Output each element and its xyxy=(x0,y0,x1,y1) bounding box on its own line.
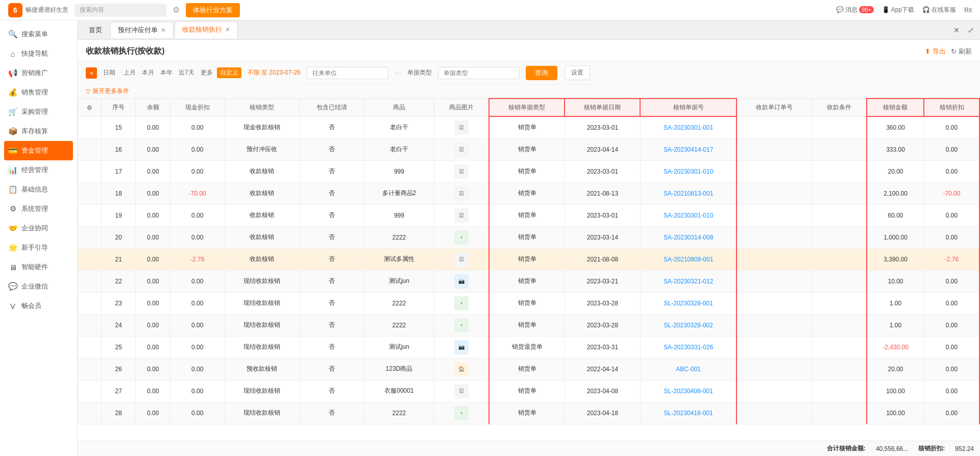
sidebar-item-corp[interactable]: 🤝 企业协同 xyxy=(0,219,77,238)
cell-receipt-no[interactable]: SL-20230328-002 xyxy=(640,314,737,336)
goods-image: ▪ xyxy=(454,296,469,310)
search-bar[interactable]: 搜索内容 xyxy=(75,4,166,17)
expand-more[interactable]: ▽ 展开更多条件 xyxy=(78,85,980,98)
table-row: 16 0.00 0.00 预付冲应收 否 老白干 🖼 销货单 2023-04-1… xyxy=(78,138,980,160)
cell-receipt-type: 销货单 xyxy=(489,270,565,292)
tab-close-icon[interactable]: ✕ xyxy=(951,25,962,35)
cell-cash-discount: 0.00 xyxy=(170,138,225,160)
expand-btn[interactable]: » xyxy=(86,67,97,79)
cell-goods: 测试jun xyxy=(364,336,434,358)
cell-receipt-order xyxy=(737,182,812,204)
date-custom[interactable]: 自定义 xyxy=(217,67,241,78)
table-row: 28 0.00 0.00 现结收款核销 否 2222 ▪ 销货单 2023-04… xyxy=(78,402,980,424)
sidebar-item-sales[interactable]: 💰 销售管理 xyxy=(0,83,77,102)
sidebar-item-operations[interactable]: 📊 经营管理 xyxy=(0,160,77,180)
user-label[interactable]: Rit xyxy=(964,7,972,14)
table-row: 26 0.00 0.00 预收款核销 否 123D商品 🏠 销货单 2022-0… xyxy=(78,358,980,380)
tab-expand-icon[interactable]: ⤢ xyxy=(966,25,976,35)
type-select[interactable] xyxy=(438,67,520,79)
date-prev-month[interactable]: 上月 xyxy=(121,67,138,78)
cell-cash-discount: 0.00 xyxy=(170,116,225,138)
cell-receipt-no[interactable]: SL-20230408-001 xyxy=(640,380,737,402)
cell-receipt-no[interactable]: SA-20230331-026 xyxy=(640,336,737,358)
sidebar-item-system[interactable]: ⚙ 系统管理 xyxy=(0,199,77,219)
cell-cancel-type: 收款核销 xyxy=(225,160,299,182)
date-7days[interactable]: 近7天 xyxy=(177,67,197,78)
sidebar-item-label: 企业协同 xyxy=(21,224,48,233)
sidebar-item-search[interactable]: 🔍 搜索菜单 xyxy=(0,25,77,44)
sidebar-item-basic[interactable]: 📋 基础信息 xyxy=(0,180,77,199)
sidebar-item-purchase[interactable]: 🛒 采购管理 xyxy=(0,102,77,122)
cell-receipt-no[interactable]: SA-20230414-017 xyxy=(640,138,737,160)
cell-receipt-no[interactable]: SL-20230418-001 xyxy=(640,402,737,424)
cell-goods-img: ▪ xyxy=(434,314,489,336)
cell-cancel-type: 现结收款核销 xyxy=(225,380,299,402)
cell-cash-discount: 0.00 xyxy=(170,402,225,424)
sidebar-item-hardware[interactable]: 🖥 智能硬件 xyxy=(0,257,77,277)
table-row: 23 0.00 0.00 现结收款核销 否 2222 ▪ 销货单 2023-03… xyxy=(78,292,980,314)
cell-receipt-no[interactable]: SA-20210813-001 xyxy=(640,182,737,204)
tab-cancel-close[interactable]: ✕ xyxy=(225,26,230,33)
goods-image: 🖼 xyxy=(454,164,469,179)
cell-balance: 0.00 xyxy=(136,314,170,336)
settings-icon[interactable]: ⚙ xyxy=(87,104,92,111)
date-curr-month[interactable]: 本月 xyxy=(140,67,156,78)
header-btns: ⬆ 导出 ↻ 刷新 xyxy=(925,47,972,56)
sidebar-item-guide[interactable]: 🌟 新手引导 xyxy=(0,238,77,257)
sidebar-item-inventory[interactable]: 📦 库存核算 xyxy=(0,122,77,141)
industry-btn[interactable]: 体验行业方案 xyxy=(186,3,240,17)
export-btn[interactable]: ⬆ 导出 xyxy=(925,47,946,56)
online-service-btn[interactable]: 🎧 在线客服 xyxy=(922,6,956,14)
tab-prepay[interactable]: 预付冲应付单 ✕ xyxy=(110,22,174,38)
cell-receipt-no[interactable]: SL-20230328-001 xyxy=(640,292,737,314)
cell-receipt-no[interactable]: SA-20230314-008 xyxy=(640,226,737,248)
sidebar-item-marketing[interactable]: 📢 营销推广 xyxy=(0,63,77,83)
sidebar-item-vip[interactable]: V 畅会员 xyxy=(0,296,77,316)
cell-cash-discount: 0.00 xyxy=(170,226,225,248)
setting-btn[interactable]: 设置 xyxy=(565,65,590,80)
date-year[interactable]: 本年 xyxy=(158,67,175,78)
gear-icon[interactable]: ⚙ xyxy=(173,5,180,15)
table-row: 22 0.00 0.00 现结收款核销 否 测试jun 📷 销货单 2023-0… xyxy=(78,270,980,292)
cell-receipt-no[interactable]: SA-20210808-001 xyxy=(640,248,737,270)
guide-icon: 🌟 xyxy=(8,243,17,252)
message-btn[interactable]: 💬 消息 99+ xyxy=(836,6,874,14)
source-input[interactable] xyxy=(307,67,388,79)
cell-receipt-no[interactable]: SA-20230301-010 xyxy=(640,160,737,182)
tab-prepay-close[interactable]: ✕ xyxy=(161,27,166,34)
query-btn[interactable]: 查询 xyxy=(526,66,557,80)
cell-receipt-no[interactable]: SA-20230301-001 xyxy=(640,116,737,138)
tab-bar-actions: ✕ ⤢ xyxy=(951,25,976,35)
cell-included: 否 xyxy=(300,270,364,292)
sidebar-item-quick-nav[interactable]: ⌂ 快捷导航 xyxy=(0,44,77,63)
filter-bar: » 日期 上月 本月 本年 近7天 更多 自定义 不限 至 2023-07-26… xyxy=(78,61,980,85)
cell-cancel-discount: 0.00 xyxy=(924,358,979,380)
cell-cancel-type: 现结收款核销 xyxy=(225,270,299,292)
cell-cash-discount: 0.00 xyxy=(170,314,225,336)
cell-receipt-type: 销货退货单 xyxy=(489,336,565,358)
goods-image: ▪ xyxy=(454,230,469,245)
date-more[interactable]: 更多 xyxy=(199,67,215,78)
cell-balance: 0.00 xyxy=(136,182,170,204)
refresh-btn[interactable]: ↻ 刷新 xyxy=(951,47,972,56)
tab-cancel[interactable]: 收款核销执行 ✕ xyxy=(175,21,238,38)
cell-gear xyxy=(78,160,102,182)
cell-cancel-discount: -70.00 xyxy=(924,182,979,204)
col-gear[interactable]: ⚙ xyxy=(78,99,102,116)
cell-receipt-no[interactable]: ABC-001 xyxy=(640,358,737,380)
app-download-btn[interactable]: 📱 App下载 xyxy=(882,6,914,14)
sidebar-item-finance[interactable]: 💳 资金管理 xyxy=(4,141,73,160)
sidebar-item-label: 企业微信 xyxy=(21,282,48,291)
cell-receipt-no[interactable]: SA-20230321-012 xyxy=(640,270,737,292)
cell-receipt-date: 2022-04-14 xyxy=(565,358,640,380)
tab-home[interactable]: 首页 xyxy=(82,22,109,38)
sidebar-item-wechat[interactable]: 💬 企业微信 xyxy=(0,277,77,296)
cell-receipt-date: 2023-04-08 xyxy=(565,380,640,402)
cell-goods: 测试多属性 xyxy=(364,248,434,270)
cell-receipt-no[interactable]: SA-20230301-010 xyxy=(640,204,737,226)
goods-image: ▪ xyxy=(454,318,469,332)
cell-included: 否 xyxy=(300,226,364,248)
type-label: 单据类型 xyxy=(407,68,432,77)
table-wrap[interactable]: ⚙ 序号 余额 现金折扣 核销类型 包含已结清 商品 商品图片 核销单据类型 核… xyxy=(78,98,980,441)
col-cancel-discount: 核销折扣 xyxy=(924,99,979,116)
